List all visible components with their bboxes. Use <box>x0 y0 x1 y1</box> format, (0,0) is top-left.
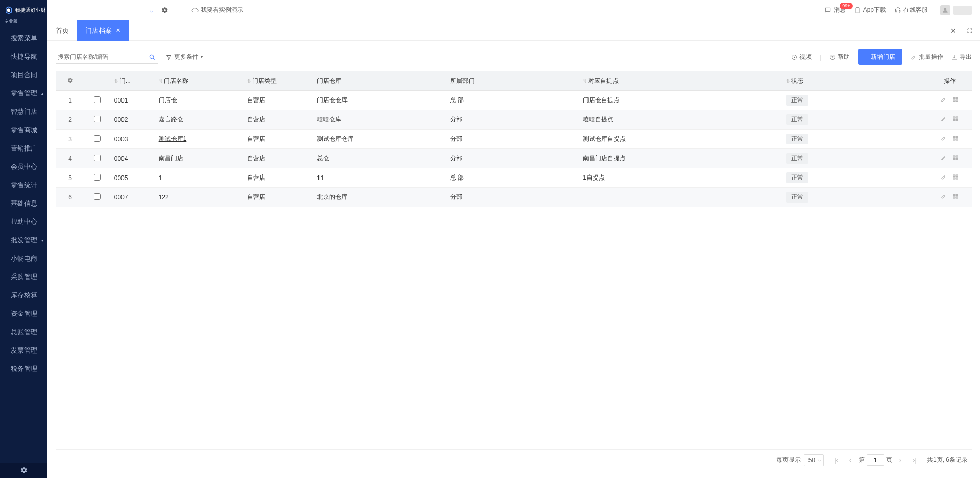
tab-store-profile[interactable]: 门店档案 ✕ <box>77 20 129 41</box>
page-size-select[interactable]: 50 <box>804 454 824 466</box>
video-button[interactable]: 视频 <box>791 53 812 61</box>
add-store-button[interactable]: + 新增门店 <box>858 49 902 65</box>
search-icon[interactable] <box>149 54 156 61</box>
row-checkbox[interactable] <box>94 135 101 142</box>
row-checkbox[interactable] <box>94 174 101 181</box>
next-page-button[interactable]: › <box>894 454 906 466</box>
last-page-button[interactable]: ›| <box>909 454 921 466</box>
sidebar-item[interactable]: 税务管理 <box>0 360 47 378</box>
sidebar-item-label: 采购管理 <box>11 272 37 282</box>
export-button[interactable]: 导出 <box>951 53 972 61</box>
cloud-icon <box>191 7 199 14</box>
table-row: 1 0001 门店仓 自营店 门店仓仓库 总 部 门店仓自提点 正常 <box>56 91 972 110</box>
row-checkbox[interactable] <box>94 155 101 161</box>
column-name[interactable]: ⇅门店名称 <box>155 71 243 91</box>
support-button[interactable]: 在线客服 <box>894 6 928 14</box>
batch-button[interactable]: 批量操作 <box>911 53 943 61</box>
column-type[interactable]: ⇅门店类型 <box>243 71 313 91</box>
page-content: 更多条件 ▾ 视频 | ? 帮助 <box>47 41 980 478</box>
help-button[interactable]: ? 帮助 <box>829 53 850 61</box>
column-pickup[interactable]: ⇅对应自提点 <box>579 71 781 91</box>
company-settings-icon[interactable] <box>161 7 168 14</box>
cell-department: 分部 <box>446 110 579 130</box>
row-checkbox[interactable] <box>94 193 101 200</box>
search-input[interactable] <box>56 50 158 64</box>
store-name-link[interactable]: 嘉言路仓 <box>159 116 183 123</box>
brand-edition: 专业版 <box>0 18 47 25</box>
sidebar-item[interactable]: 批发管理▾ <box>0 231 47 249</box>
table-row: 2 0002 嘉言路仓 自营店 嘻嘻仓库 分部 嘻嘻自提点 正常 <box>56 110 972 130</box>
svg-rect-25 <box>956 175 958 177</box>
first-page-button[interactable]: |‹ <box>830 454 842 466</box>
more-row-icon[interactable] <box>952 97 959 104</box>
column-status[interactable]: ⇅状态 <box>782 71 928 91</box>
sidebar-item-label: 批发管理 <box>11 236 37 245</box>
row-checkbox[interactable] <box>94 116 101 122</box>
app-download-button[interactable]: App下载 <box>854 6 886 14</box>
sidebar-settings[interactable] <box>0 463 47 478</box>
edit-row-icon[interactable] <box>941 194 947 201</box>
close-icon[interactable]: ✕ <box>116 27 120 34</box>
tab-home-label: 首页 <box>56 26 69 35</box>
sidebar-item[interactable]: 资金管理 <box>0 305 47 323</box>
more-row-icon[interactable] <box>952 116 959 123</box>
main-area: ⌵ 我要看实例演示 消息 99+ <box>47 0 980 478</box>
sidebar-item[interactable]: 库存核算 <box>0 286 47 305</box>
sidebar-item[interactable]: 会员中心 <box>0 158 47 176</box>
more-row-icon[interactable] <box>952 174 959 182</box>
store-name-link[interactable]: 122 <box>159 194 169 201</box>
cell-warehouse: 总仓 <box>313 149 446 168</box>
edit-row-icon[interactable] <box>941 116 947 123</box>
store-name-link[interactable]: 测试仓库1 <box>159 135 187 142</box>
edit-row-icon[interactable] <box>941 97 947 104</box>
svg-rect-20 <box>953 156 955 157</box>
column-gear[interactable] <box>56 71 85 91</box>
more-row-icon[interactable] <box>952 194 959 201</box>
cell-department: 分部 <box>446 130 579 149</box>
messages-button[interactable]: 消息 99+ <box>824 6 846 14</box>
sidebar-item[interactable]: 智慧门店 <box>0 103 47 121</box>
sidebar-item-label: 会员中心 <box>11 162 37 171</box>
sidebar-item[interactable]: 快捷导航 <box>0 47 47 66</box>
row-checkbox[interactable] <box>94 96 101 103</box>
sidebar-item[interactable]: 发票管理 <box>0 341 47 360</box>
svg-rect-22 <box>953 158 955 160</box>
prev-page-button[interactable]: ‹ <box>844 454 856 466</box>
edit-row-icon[interactable] <box>941 155 947 162</box>
more-filters-button[interactable]: 更多条件 ▾ <box>166 53 203 61</box>
close-all-tabs-button[interactable]: ✕ <box>947 24 960 37</box>
sidebar-item[interactable]: 帮助中心 <box>0 213 47 231</box>
sidebar-item[interactable]: 基础信息 <box>0 194 47 213</box>
chevron-down-icon[interactable]: ⌵ <box>150 7 153 14</box>
more-row-icon[interactable] <box>952 136 959 143</box>
store-name-link[interactable]: 1 <box>159 174 162 182</box>
tab-home[interactable]: 首页 <box>47 20 77 41</box>
sidebar-item[interactable]: 零售管理▴ <box>0 84 47 103</box>
page-input[interactable] <box>867 454 884 466</box>
sidebar: 畅捷通好业财 专业版 搜索菜单快捷导航项目合同零售管理▴智慧门店零售商城营销推广… <box>0 0 47 478</box>
svg-rect-30 <box>953 197 955 198</box>
sidebar-item[interactable]: 零售商城 <box>0 121 47 139</box>
sidebar-item[interactable]: 采购管理 <box>0 268 47 286</box>
store-name-link[interactable]: 门店仓 <box>159 96 177 104</box>
user-menu[interactable] <box>940 5 972 15</box>
store-name-link[interactable]: 南昌门店 <box>159 155 183 162</box>
sidebar-item[interactable]: 零售统计 <box>0 176 47 194</box>
cell-status: 正常 <box>782 188 928 207</box>
more-row-icon[interactable] <box>952 155 959 162</box>
fullscreen-button[interactable] <box>964 24 976 37</box>
edit-row-icon[interactable] <box>941 174 947 182</box>
sidebar-item[interactable]: 搜索菜单 <box>0 29 47 47</box>
sidebar-item[interactable]: 营销推广 <box>0 139 47 158</box>
column-code[interactable]: ⇅门... <box>110 71 155 91</box>
row-checkbox-cell <box>85 149 110 168</box>
edit-row-icon[interactable] <box>941 136 947 143</box>
sidebar-item[interactable]: 小畅电商 <box>0 249 47 268</box>
svg-rect-29 <box>956 194 958 196</box>
demo-link[interactable]: 我要看实例演示 <box>183 6 243 14</box>
sidebar-item-label: 零售统计 <box>11 181 37 190</box>
sidebar-item[interactable]: 项目合同 <box>0 66 47 84</box>
cell-name: 1 <box>155 168 243 188</box>
sidebar-item[interactable]: 总账管理 <box>0 323 47 341</box>
sidebar-item-label: 库存核算 <box>11 291 37 300</box>
